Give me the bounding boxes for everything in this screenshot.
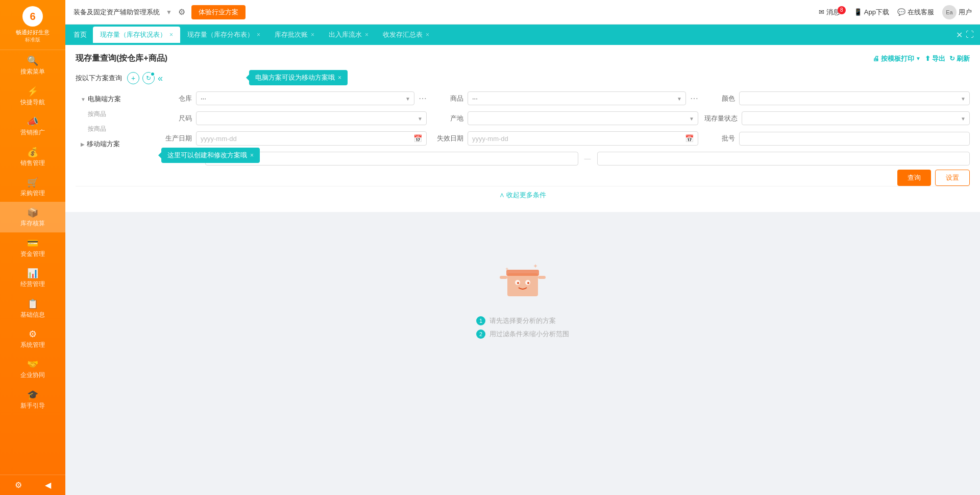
exp-date-calendar-icon[interactable]: 📅	[685, 134, 694, 143]
reset-button[interactable]: 设置	[935, 170, 970, 186]
warehouse-more-icon[interactable]: ⋯	[419, 93, 427, 103]
filter-field-exp-date: 失效日期 yyyy-mm-dd 📅	[433, 131, 698, 146]
sidebar-item-sales[interactable]: 💰 销售管理	[0, 142, 65, 172]
page-content: 现存量查询(按仓库+商品) 🖨 按模板打印 ▼ ⬆ 导出 ↻ 刷新	[65, 45, 980, 495]
scheme-desktop-sub2[interactable]: 按商品	[76, 122, 157, 136]
marketing-icon: 📣	[27, 116, 38, 127]
page-title-row: 现存量查询(按仓库+商品) 🖨 按模板打印 ▼ ⬆ 导出 ↻ 刷新	[76, 53, 970, 64]
online-service-label: 在线客服	[908, 8, 934, 17]
collapse-bar[interactable]: ∧ 收起更多条件	[76, 186, 970, 204]
tab-batch-ledger[interactable]: 库存批次账 ×	[267, 27, 322, 43]
sidebar-item-system[interactable]: ⚙ 系统管理	[0, 323, 65, 353]
logo-char: 6	[30, 11, 35, 22]
settings-bottom-btn[interactable]: ⚙	[15, 480, 22, 490]
empty-step1-text: 请先选择要分析的方案	[489, 314, 556, 327]
warehouse-select[interactable]: ···	[196, 91, 414, 105]
logo-icon: 6	[22, 6, 43, 27]
tab-inventory-status[interactable]: 现存量（库存状况表） ×	[93, 27, 180, 43]
tab-close-inventory-status[interactable]: ×	[169, 32, 173, 38]
refresh-button[interactable]: ↻ 刷新	[949, 54, 970, 63]
close-all-tabs-btn[interactable]: ✕	[956, 30, 963, 40]
tab-close-batch-ledger[interactable]: ×	[311, 32, 314, 38]
header-gear-icon[interactable]: ⚙	[178, 7, 185, 17]
svg-text:✦: ✦	[505, 266, 509, 272]
message-btn[interactable]: ✉ 消息 8	[819, 8, 846, 17]
sidebar-item-quick[interactable]: ⚡ 快捷导航	[0, 81, 65, 111]
filter-label: 按以下方案查询	[76, 74, 122, 83]
size-label: 尺码	[161, 114, 192, 123]
tab-close-inventory-dist[interactable]: ×	[257, 32, 260, 38]
sidebar-item-purchase[interactable]: 🛒 采购管理	[0, 172, 65, 202]
sidebar-item-operations[interactable]: 📊 经营管理	[0, 263, 65, 293]
collapse-sidebar-btn[interactable]: ◀	[45, 480, 51, 490]
guide-icon: 🎓	[27, 389, 38, 400]
header-right: ✉ 消息 8 📱 App下载 💬 在线客服 Ea 用户	[819, 5, 972, 19]
search-button[interactable]: 查询	[897, 170, 931, 186]
sidebar-item-finance[interactable]: 💳 资金管理	[0, 232, 65, 263]
tooltip-create-scheme: 这里可以创建和修改方案哦 ×	[161, 148, 260, 163]
refresh-icon: ↻	[949, 55, 955, 62]
tab-close-inout-flow[interactable]: ×	[365, 32, 369, 38]
print-button[interactable]: 🖨 按模板打印 ▼	[873, 54, 921, 63]
export-button[interactable]: ⬆ 导出	[925, 54, 945, 63]
prod-date-calendar-icon[interactable]: 📅	[413, 134, 422, 143]
inv-qty-min-input[interactable]	[205, 152, 578, 166]
sidebar-item-enterprise[interactable]: 🤝 企业协同	[0, 353, 65, 384]
tab-inout-flow[interactable]: 出入库流水 ×	[322, 27, 376, 43]
sidebar-item-guide[interactable]: 🎓 新手引导	[0, 384, 65, 414]
fullscreen-btn[interactable]: ⛶	[966, 30, 974, 39]
svg-rect-0	[507, 273, 538, 296]
finance-icon: 💳	[27, 238, 38, 249]
scheme-mobile-label: 移动端方案	[87, 139, 120, 149]
sidebar-item-basic[interactable]: 📋 基础信息	[0, 293, 65, 323]
filter-field-color: 颜色 ▼	[704, 91, 970, 105]
scheme-mobile[interactable]: ▶ 移动端方案	[76, 136, 157, 152]
purchase-icon: 🛒	[27, 177, 38, 188]
app-download-btn[interactable]: 📱 App下载	[854, 8, 889, 17]
origin-select[interactable]	[468, 111, 698, 125]
inv-status-select[interactable]	[742, 111, 970, 125]
online-service-btn[interactable]: 💬 在线客服	[897, 8, 934, 17]
exp-date-input[interactable]: yyyy-mm-dd 📅	[468, 131, 698, 146]
svg-point-4	[517, 282, 519, 284]
collapse-label: 收起更多条件	[506, 191, 546, 199]
tooltip2-text: 这里可以创建和修改方案哦	[167, 151, 247, 160]
sync-scheme-btn[interactable]: ↻	[142, 72, 155, 84]
tooltip2-close[interactable]: ×	[250, 152, 254, 159]
size-select[interactable]	[196, 111, 427, 125]
sidebar-label-guide: 新手引导	[20, 402, 45, 409]
back-btn[interactable]: «	[158, 73, 163, 84]
trial-button[interactable]: 体验行业方案	[191, 5, 246, 19]
tab-close-recv-summary[interactable]: ×	[426, 32, 429, 38]
prod-date-input[interactable]: yyyy-mm-dd 📅	[196, 131, 427, 146]
goods-more-icon[interactable]: ⋯	[690, 93, 698, 103]
batch-no-input[interactable]	[739, 132, 970, 146]
export-icon: ⬆	[925, 55, 930, 62]
sidebar-item-inventory[interactable]: 📦 库存核算	[0, 202, 65, 232]
scheme-desktop[interactable]: ▼ 电脑端方案	[76, 91, 157, 107]
sidebar-item-search[interactable]: 🔍 搜索菜单	[0, 50, 65, 80]
tab-recv-summary[interactable]: 收发存汇总表 ×	[376, 27, 436, 43]
inv-qty-max-input[interactable]	[597, 152, 970, 166]
sidebar-label-inventory: 库存核算	[20, 220, 45, 227]
tooltip1-close[interactable]: ×	[338, 74, 341, 81]
color-wrapper: ▼	[739, 91, 970, 105]
sidebar-label-basic: 基础信息	[20, 311, 45, 318]
scheme-desktop-sub1[interactable]: 按商品	[76, 107, 157, 122]
tab-home[interactable]: 首页	[67, 30, 93, 39]
add-scheme-btn[interactable]: +	[127, 72, 139, 84]
empty-step-1: 1 请先选择要分析的方案	[476, 314, 569, 327]
sidebar-item-marketing[interactable]: 📣 营销推广	[0, 111, 65, 141]
color-select[interactable]	[739, 91, 970, 105]
system-dropdown-icon[interactable]: ▼	[166, 9, 172, 16]
scheme-desktop-arrow: ▼	[81, 97, 86, 102]
inventory-icon: 📦	[27, 207, 38, 218]
origin-label: 产地	[433, 114, 463, 123]
user-area[interactable]: Ea 用户	[942, 5, 972, 19]
tab-inventory-dist[interactable]: 现存量（库存分布表） ×	[180, 27, 267, 43]
step-num-1: 1	[476, 316, 485, 325]
filter-field-prod-date: 生产日期 yyyy-mm-dd 📅	[161, 131, 427, 146]
scheme-mobile-arrow: ▶	[81, 142, 85, 147]
goods-select[interactable]: ···	[468, 91, 686, 105]
print-dropdown-icon[interactable]: ▼	[916, 56, 921, 61]
